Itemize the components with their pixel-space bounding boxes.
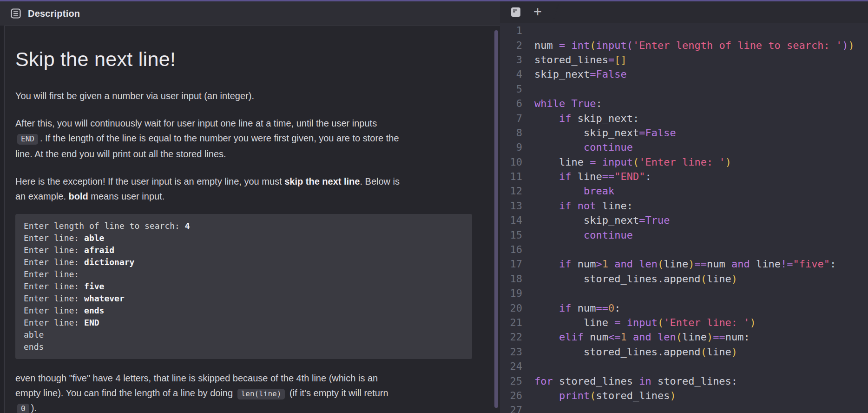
bold-text: whatever	[84, 293, 125, 303]
paragraph-line: After this, you will continuously wait f…	[15, 116, 472, 131]
code-line: 3stored_lines=[]	[500, 53, 868, 67]
text-run: Enter line:	[24, 245, 84, 255]
line-number: 25	[500, 375, 534, 387]
app-window: Description Skip the next line! You will…	[0, 0, 868, 413]
line-number: 5	[500, 83, 534, 95]
code-text: stored_lines=[]	[534, 54, 627, 66]
code-text: num = int(input('Enter length of line to…	[534, 40, 855, 51]
description-scrollbar[interactable]	[494, 30, 498, 408]
code-text: if skip_next:	[534, 113, 639, 124]
paragraph-line: Enter line: whatever	[24, 293, 464, 305]
description-content: Skip the next line! You will first be gi…	[4, 26, 491, 413]
line-number: 23	[500, 346, 534, 358]
python-icon	[543, 9, 553, 19]
paragraph-line: Enter line:	[24, 268, 464, 280]
line-number: 6	[500, 98, 534, 109]
text-run: Here is the exception! If the user input…	[15, 176, 284, 187]
code-line: 27	[500, 403, 868, 413]
paragraph-line: ends	[24, 341, 464, 353]
files-icon[interactable]	[510, 7, 521, 18]
paragraph: You will first be given a number via use…	[15, 88, 472, 103]
code-line: 11 if line=="END":	[500, 169, 868, 184]
line-number: 3	[500, 54, 534, 66]
paragraph-line: Enter line: five	[24, 280, 464, 293]
bold-text: ends	[84, 306, 104, 315]
code-text: line = input('Enter line: ')	[534, 317, 756, 328]
code-text: stored_lines.append(line)	[534, 273, 737, 285]
text-run: line. At the end you will print out all …	[15, 149, 226, 159]
line-number: 8	[500, 127, 534, 139]
bold-text: dictionary	[84, 257, 134, 267]
code-text: skip_next=True	[534, 214, 670, 226]
inline-code: END	[17, 134, 38, 145]
inline-code: len(line)	[237, 389, 285, 400]
paragraph-line: Enter line: ends	[24, 305, 464, 317]
code-text: stored_lines.append(line)	[534, 346, 737, 358]
new-tab-button[interactable]: +	[533, 3, 542, 21]
code-line: 12 break	[500, 184, 868, 198]
line-number: 17	[500, 258, 534, 270]
code-text: print(stored_lines)	[534, 390, 676, 401]
paragraph-line: Enter length of line to search: 4	[24, 220, 464, 232]
line-number: 15	[500, 229, 534, 241]
code-text: while True:	[534, 98, 602, 109]
code-text: skip_next=False	[534, 68, 627, 80]
paragraph-line: line. At the end you will print out all …	[15, 147, 472, 161]
code-line: 6while True:	[500, 96, 868, 111]
line-number: 11	[500, 171, 534, 182]
code-text: if line=="END":	[534, 171, 651, 182]
line-number: 1	[500, 25, 534, 36]
code-line: 23 stored_lines.append(line)	[500, 345, 868, 359]
code-text: break	[534, 185, 614, 197]
text-run: Enter line:	[24, 281, 84, 291]
code-line: 22 elif num<=1 and len(line)==num:	[500, 330, 868, 344]
code-line: 24	[500, 359, 868, 373]
code-line: 5	[500, 82, 868, 96]
code-text: line = input('Enter line: ')	[534, 156, 731, 168]
bold-text: END	[84, 318, 99, 327]
code-line: 20 if num==0:	[500, 300, 868, 315]
paragraph-line: 0).	[15, 401, 472, 413]
paragraph-line: Enter line: able	[24, 232, 464, 244]
paragraph-line: Enter line: END	[24, 317, 464, 329]
text-run: able	[24, 330, 44, 340]
code-text: continue	[534, 229, 633, 241]
bold-text: skip the next line	[284, 176, 360, 187]
code-line: 17 if num>1 and len(line)==num and line!…	[500, 257, 868, 271]
code-line: 1	[500, 23, 868, 38]
line-number: 2	[500, 40, 534, 51]
code-line: 26 print(stored_lines)	[500, 388, 868, 403]
bold-text: bold	[69, 191, 88, 201]
code-line: 10 line = input('Enter line: ')	[500, 155, 868, 169]
line-number: 19	[500, 287, 534, 299]
code-line: 13 if not line:	[500, 199, 868, 213]
inline-code: 0	[17, 404, 29, 413]
code-line: 18 stored_lines.append(line)	[500, 272, 868, 286]
panel-left-strip	[0, 26, 4, 413]
paragraph: Here is the exception! If the user input…	[15, 174, 472, 204]
tab-label: wordlak.txt	[557, 9, 597, 19]
line-number: 21	[500, 317, 534, 328]
text-run: Enter line:	[24, 318, 84, 327]
description-header-label: Description	[28, 8, 80, 19]
code-text: skip_next=False	[534, 127, 676, 139]
line-number: 4	[500, 68, 534, 80]
line-number: 12	[500, 185, 534, 197]
code-line: 19	[500, 286, 868, 300]
line-number: 16	[500, 244, 534, 255]
text-run: ends	[24, 342, 44, 352]
editor-panel: + extract.py	[500, 1, 868, 413]
example-block: Enter length of line to search: 4Enter l…	[15, 214, 472, 359]
code-line: 4skip_next=False	[500, 67, 868, 81]
paragraph-line: empty line). You can find the length of …	[15, 386, 472, 401]
text-run: Enter length of line to search:	[24, 221, 185, 231]
line-number: 10	[500, 156, 534, 168]
text-run: Enter line:	[24, 293, 84, 303]
tab-label: extract.py	[559, 9, 595, 19]
code-editor[interactable]: 12num = int(input('Enter length of line …	[500, 23, 868, 413]
code-text: for stored_lines in stored_lines:	[534, 375, 737, 387]
paragraph-line: You will first be given a number via use…	[15, 88, 472, 103]
text-run: Enter line:	[24, 233, 84, 243]
line-number: 9	[500, 141, 534, 153]
code-line: 15 continue	[500, 227, 868, 242]
